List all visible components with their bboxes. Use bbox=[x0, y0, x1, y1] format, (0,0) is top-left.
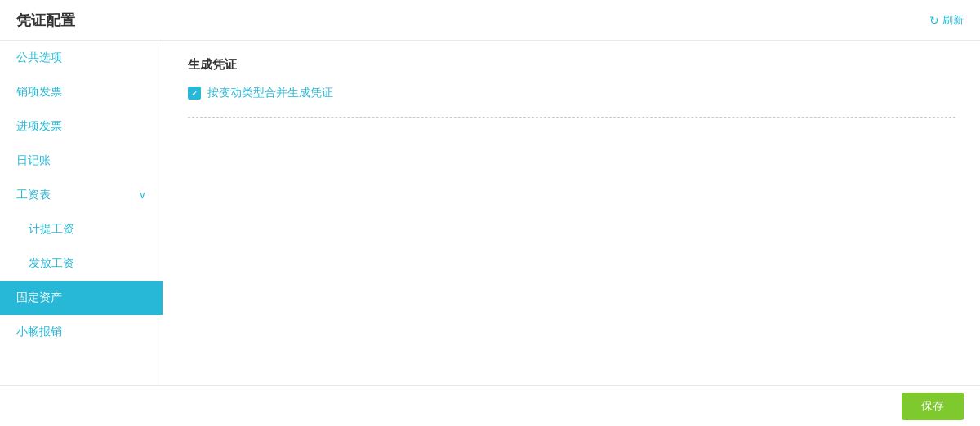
sidebar-item-label: 发放工资 bbox=[29, 256, 74, 271]
sidebar-item-label: 计提工资 bbox=[29, 222, 74, 237]
sidebar-item-label: 小畅报销 bbox=[16, 325, 62, 339]
sidebar: 公共选项销项发票进项发票日记账工资表∨计提工资发放工资固定资产小畅报销 bbox=[0, 41, 163, 426]
refresh-label: 刷新 bbox=[942, 13, 964, 28]
page-header: 凭证配置 ↻ 刷新 bbox=[0, 0, 980, 41]
sidebar-item-purchase-invoice[interactable]: 进项发票 bbox=[0, 109, 163, 144]
sidebar-item-payroll[interactable]: 工资表∨ bbox=[0, 178, 163, 212]
checkbox-label: 按变动类型合并生成凭证 bbox=[207, 86, 333, 100]
sidebar-item-expense[interactable]: 小畅报销 bbox=[0, 315, 163, 349]
refresh-button[interactable]: ↻ 刷新 bbox=[929, 13, 964, 28]
sidebar-item-label: 工资表 bbox=[16, 188, 51, 202]
divider bbox=[188, 117, 956, 118]
chevron-down-icon: ∨ bbox=[139, 189, 146, 201]
sidebar-item-label: 固定资产 bbox=[16, 291, 62, 305]
page-footer: 保存 bbox=[0, 385, 980, 426]
sidebar-item-journal[interactable]: 日记账 bbox=[0, 144, 163, 178]
save-button[interactable]: 保存 bbox=[902, 393, 964, 420]
sidebar-item-label: 销项发票 bbox=[16, 85, 62, 100]
checkmark-icon: ✓ bbox=[191, 89, 198, 98]
content-area: 生成凭证 ✓ 按变动类型合并生成凭证 bbox=[163, 41, 980, 426]
sidebar-item-fixed-assets[interactable]: 固定资产 bbox=[0, 281, 163, 315]
sidebar-item-label: 日记账 bbox=[16, 153, 51, 168]
main-layout: 公共选项销项发票进项发票日记账工资表∨计提工资发放工资固定资产小畅报销 生成凭证… bbox=[0, 41, 980, 426]
refresh-icon: ↻ bbox=[929, 14, 939, 27]
merge-checkbox[interactable]: ✓ bbox=[188, 87, 201, 100]
page-title: 凭证配置 bbox=[16, 11, 75, 30]
sidebar-item-label: 公共选项 bbox=[16, 51, 62, 65]
sidebar-item-label: 进项发票 bbox=[16, 119, 62, 134]
sidebar-item-sales-invoice[interactable]: 销项发票 bbox=[0, 75, 163, 109]
checkbox-row: ✓ 按变动类型合并生成凭证 bbox=[188, 86, 956, 100]
section-title: 生成凭证 bbox=[188, 57, 956, 73]
sidebar-item-commission[interactable]: 计提工资 bbox=[0, 212, 163, 246]
sidebar-item-payslip[interactable]: 发放工资 bbox=[0, 246, 163, 281]
sidebar-item-public[interactable]: 公共选项 bbox=[0, 41, 163, 75]
